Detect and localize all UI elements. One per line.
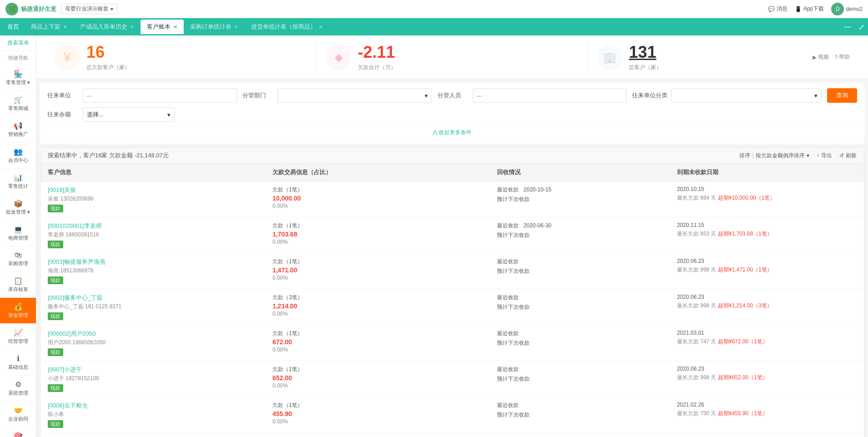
customer-meta-0: 吴俊 13026203696 xyxy=(48,195,272,203)
refresh-button[interactable]: ↺ 刷新 xyxy=(839,152,857,160)
overdue-link-6[interactable]: 超期¥455.90（1笔） xyxy=(718,410,768,417)
customer-id-5[interactable]: [0007]小进干 xyxy=(48,366,272,374)
close-icon[interactable]: ✕ xyxy=(130,24,134,30)
filter-input-unit[interactable]: ··· xyxy=(83,88,237,103)
debt-cell-5: 欠款（1笔） 652.00 0.00% xyxy=(272,366,497,389)
result-actions: 排序：按欠款金额倒序排序 ▾ ↑ 导出 ↺ 刷新 xyxy=(739,152,857,160)
sidebar-item-purchase[interactable]: 🛍 采购管理 xyxy=(0,246,36,272)
stat-card-total-customers: 🏢 131 总客户（家） ▶ 视频 ? 帮助 xyxy=(588,43,859,71)
sort-selector[interactable]: 排序：按欠款金额倒序排序 ▾ xyxy=(739,152,809,160)
maximize-icon[interactable]: ⤢ xyxy=(857,23,866,31)
filter-select-category[interactable]: ▾ xyxy=(671,88,822,103)
user-action[interactable]: D demo2 xyxy=(831,3,863,15)
sidebar-item-inventory[interactable]: 📋 库存核算 xyxy=(0,272,36,298)
retail-mall-icon: 🛒 xyxy=(2,95,34,104)
message-action[interactable]: 💬 消息 xyxy=(768,5,788,13)
debt-count-3: 欠款（3笔） xyxy=(272,294,497,301)
search-button[interactable]: 查询 xyxy=(827,88,857,103)
customer-tag-4: 现款 xyxy=(48,348,63,356)
customer-id-2[interactable]: [0003]畅捷服务尹海燕 xyxy=(48,258,272,266)
collection-cell-4: 最近收款 预计下次收款 xyxy=(497,330,677,347)
tab-home[interactable]: 首页 xyxy=(2,23,25,31)
minimize-icon[interactable]: — xyxy=(842,23,853,31)
table-row: [0006]去下粮仓 陈小希 现款 欠款（1笔） 455.90 0.00% 最近… xyxy=(40,397,864,433)
sidebar-item-wholesale[interactable]: 📦 批发管理 ▾ xyxy=(0,195,36,221)
customer-id-0[interactable]: [0016]吴俊 xyxy=(48,186,272,194)
stats-row: ¥ 16 总欠款客户（家） ◆ -2.11 欠款合计（万） 🏢 131 总客户（… xyxy=(36,35,868,79)
tab-goods-management[interactable]: 商品上下架 ✕ xyxy=(25,20,74,34)
sidebar-item-finance[interactable]: 💰 资金管理 xyxy=(0,298,36,324)
app-download-action[interactable]: 📱 App下载 xyxy=(795,5,824,13)
tab-customer-account[interactable]: 客户账本 ✕ xyxy=(140,20,184,34)
sidebar-item-basic-info[interactable]: ℹ 基础信息 xyxy=(0,350,36,376)
sidebar-item-guide[interactable]: 🎯 新手引导 xyxy=(0,427,36,437)
store-selector[interactable]: 母婴行业演示账套 ▾ xyxy=(61,4,117,14)
sidebar-item-members[interactable]: 👥 会员中心 xyxy=(0,143,36,169)
sidebar-item-system[interactable]: ⚙ 系统管理 xyxy=(0,376,36,402)
filter-input-person[interactable]: ··· xyxy=(473,88,627,103)
filter-label-department: 分管部门 xyxy=(242,91,274,100)
stat-card-total-debt-info: -2.11 欠款合计（万） xyxy=(358,43,396,71)
chevron-down-icon-2: ▾ xyxy=(814,92,818,99)
debt-amount-1: 1,703.68 xyxy=(272,231,497,238)
close-icon[interactable]: ✕ xyxy=(63,24,67,30)
filter-label-person: 分管人员 xyxy=(437,91,469,100)
table-header: 客户信息 欠款交易信息（占比） 回收情况 到期未收款日期 xyxy=(40,164,864,181)
customer-meta-4: 用户2050 18665062050 xyxy=(48,339,272,347)
customer-id-1[interactable]: [0001020001]李老师 xyxy=(48,222,272,230)
help-action[interactable]: ? 帮助 xyxy=(834,53,850,61)
customer-id-3[interactable]: [0002]服务中心_丁磊 xyxy=(48,294,272,302)
total-debt-label: 欠款合计（万） xyxy=(358,64,396,71)
video-action[interactable]: ▶ 视频 xyxy=(813,53,829,61)
sidebar-item-ecommerce[interactable]: 💻 电商管理 xyxy=(0,221,36,246)
members-icon: 👥 xyxy=(2,147,34,156)
sidebar-item-retail-stats[interactable]: 📊 零售统计 xyxy=(0,169,36,195)
message-icon: 💬 xyxy=(768,6,775,12)
collapse-more-btn[interactable]: ⋀ 收起更多条件 xyxy=(47,126,857,138)
tab-import-stats[interactable]: 进货单统计表（按商品） ✕ xyxy=(245,20,329,34)
filter-select-balance[interactable]: 选择... ▾ xyxy=(83,107,175,122)
table-container: 客户信息 欠款交易信息（占比） 回收情况 到期未收款日期 [0016]吴俊 吴俊… xyxy=(40,164,864,437)
filter-item-unit: 往来单位 ··· xyxy=(47,88,237,103)
overdue-link-0[interactable]: 超期¥10,000.00（1笔） xyxy=(718,195,776,201)
system-icon: ⚙ xyxy=(2,380,34,389)
filter-select-department[interactable]: ▾ xyxy=(278,88,432,103)
customer-tag-6: 现款 xyxy=(48,420,63,428)
customer-id-6[interactable]: [0006]去下粮仓 xyxy=(48,402,272,410)
purchase-icon: 🛍 xyxy=(2,251,34,259)
coll-latest-2: 最近收款 xyxy=(497,258,677,266)
table-row: [0007]小进干 小进干 18279152100 现款 欠款（1笔） 652.… xyxy=(40,361,864,397)
overdue-link-3[interactable]: 超期¥1,214.00（3笔） xyxy=(718,302,773,309)
overdue-cell-0: 2020.10.15 最长欠款 884 天 超期¥10,000.00（1笔） xyxy=(677,186,857,202)
tab-production-history[interactable]: 产成品入库单历史 ✕ xyxy=(74,20,140,34)
customer-id-4[interactable]: [000002]用户2050 xyxy=(48,330,272,338)
tab-purchase-stats[interactable]: 采购订单统计表 ✕ xyxy=(184,20,245,34)
export-label: 导出 xyxy=(821,152,832,160)
debt-percent-2: 0.00% xyxy=(272,275,497,281)
close-icon[interactable]: ✕ xyxy=(173,24,177,30)
sidebar-item-retail-mall[interactable]: 🛒 零售商城 xyxy=(0,91,36,117)
debt-percent-1: 0.00% xyxy=(272,239,497,245)
overdue-link-1[interactable]: 超期¥1,703.68（1笔） xyxy=(718,231,773,237)
sidebar-item-marketing[interactable]: 📢 营销推广 xyxy=(0,117,36,143)
sidebar-search[interactable]: 搜索菜单 xyxy=(0,35,36,51)
app-download-label: App下载 xyxy=(803,5,824,13)
overdue-cell-3: 2020.06.23 最长欠款 998 天 超期¥1,214.00（3笔） xyxy=(677,294,857,310)
debt-percent-4: 0.00% xyxy=(272,347,497,353)
debt-percent-0: 0.00% xyxy=(272,203,497,209)
sidebar-item-operations[interactable]: 📈 经营管理 xyxy=(0,324,36,350)
overdue-link-2[interactable]: 超期¥1,471.00（1笔） xyxy=(718,266,773,273)
sidebar-item-enterprise[interactable]: 🤝 企业协同 xyxy=(0,402,36,427)
sidebar-item-retail-management[interactable]: 🏪 零售管理 ▾ xyxy=(0,65,36,91)
close-icon[interactable]: ✕ xyxy=(319,24,323,30)
debt-cell-4: 欠款（1笔） 672.00 0.00% xyxy=(272,330,497,353)
overdue-link-4[interactable]: 超期¥672.00（1笔） xyxy=(718,338,768,345)
customer-cell-3: [0002]服务中心_丁磊 服务中心_丁磊 181 0125 8371 现款 xyxy=(48,294,272,320)
close-icon[interactable]: ✕ xyxy=(234,24,238,30)
logo-area: 🌿 畅捷通好生意 xyxy=(5,3,56,15)
export-button[interactable]: ↑ 导出 xyxy=(817,152,832,160)
avatar: D xyxy=(831,3,844,15)
debt-count-1: 欠款（1笔） xyxy=(272,222,497,230)
overdue-link-5[interactable]: 超期¥652.00（1笔） xyxy=(718,374,768,381)
logo-icon: 🌿 xyxy=(5,3,18,15)
